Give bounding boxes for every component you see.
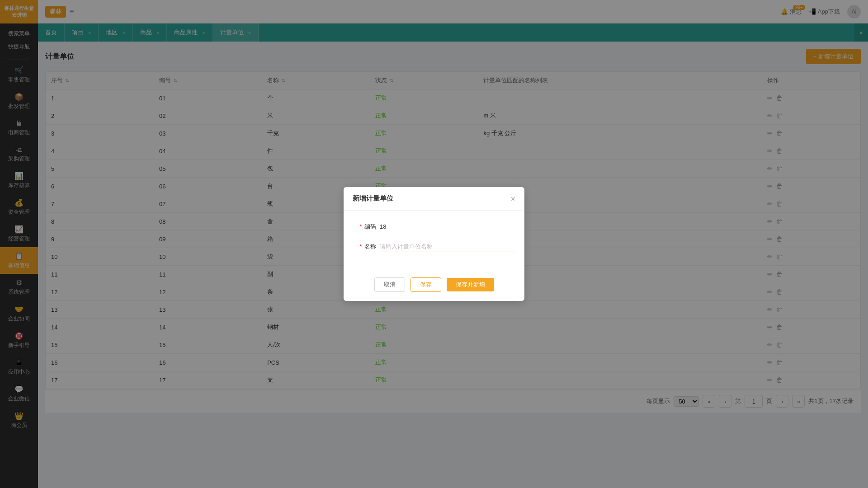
modal-body: * 编码 * 名称 (344, 211, 524, 272)
name-input[interactable] (380, 241, 515, 252)
modal-title: 新增计量单位 (353, 194, 393, 203)
modal-header: 新增计量单位 × (344, 187, 524, 211)
modal-footer: 取消 保存 保存并新增 (344, 272, 524, 301)
save-and-new-button[interactable]: 保存并新增 (447, 278, 494, 291)
form-item-name: * 名称 (353, 241, 515, 252)
code-label: * 编码 (353, 223, 380, 231)
modal-close-button[interactable]: × (510, 195, 515, 203)
form-item-code: * 编码 (353, 221, 515, 232)
code-required: * (359, 223, 362, 230)
add-unit-modal: 新增计量单位 × * 编码 * 名称 取消 保存 保存并新增 (344, 187, 524, 301)
code-label-text: 编码 (364, 223, 376, 230)
cancel-button[interactable]: 取消 (374, 277, 405, 292)
save-button[interactable]: 保存 (410, 277, 441, 292)
name-label: * 名称 (353, 243, 380, 251)
name-label-text: 名称 (364, 243, 376, 250)
modal-overlay: 新增计量单位 × * 编码 * 名称 取消 保存 保存并新增 (0, 0, 868, 488)
name-required: * (359, 243, 362, 250)
code-input[interactable] (380, 221, 515, 232)
